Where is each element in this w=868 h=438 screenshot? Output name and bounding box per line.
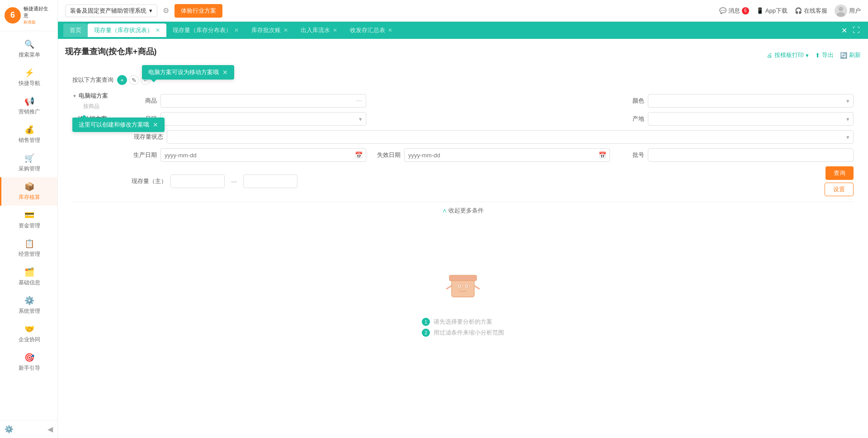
tooltip1-close[interactable]: ✕ bbox=[222, 69, 228, 76]
tabs-bar: 首页 现存量（库存状况表） ✕ 现存量（库存分布表） ✕ 库存批次账 ✕ 出入库… bbox=[58, 22, 868, 39]
purchase-icon: 🛒 bbox=[24, 153, 34, 163]
batch-input[interactable] bbox=[648, 148, 854, 162]
produce-date-label: 生产日期 bbox=[132, 151, 157, 159]
date-rows: 生产日期 📅 失效日期 📅 bbox=[132, 148, 854, 162]
tab-inout[interactable]: 出入库流水 ✕ bbox=[294, 24, 344, 37]
expire-date-calendar-icon[interactable]: 📅 bbox=[599, 151, 606, 159]
app-download-item[interactable]: 📱 App下载 bbox=[756, 7, 788, 15]
sidebar-item-system[interactable]: ⚙️ 系统管理 bbox=[0, 291, 57, 320]
expire-date-input[interactable] bbox=[404, 148, 610, 162]
user-label: 用户 bbox=[849, 7, 861, 15]
sidebar: 6 畅捷通好生意 标准版 🔍 搜索菜单 ⚡ 快捷导航 📢 营销推广 💰 销售管理… bbox=[0, 0, 58, 438]
support-icon: 🎧 bbox=[795, 7, 802, 14]
sidebar-item-operation[interactable]: 📋 经营管理 bbox=[0, 234, 57, 263]
collapse-sidebar-icon[interactable]: ◀ bbox=[47, 425, 53, 433]
search-icon: 🔍 bbox=[24, 39, 34, 49]
message-icon: 💬 bbox=[719, 7, 726, 14]
tab-stock-dist-label: 现存量（库存分布表） bbox=[173, 26, 231, 34]
goods-dots[interactable]: ··· bbox=[356, 97, 362, 105]
sidebar-item-search[interactable]: 🔍 搜索菜单 bbox=[0, 35, 57, 63]
svg-point-7 bbox=[466, 285, 467, 287]
tooltip2-close[interactable]: ✕ bbox=[153, 121, 158, 128]
inventory-icon: 📦 bbox=[24, 182, 34, 192]
tab-close-icon[interactable]: ✕ bbox=[156, 27, 160, 33]
stock-main-to-input[interactable] bbox=[243, 174, 297, 188]
origin-label: 产地 bbox=[619, 115, 644, 123]
goods-select[interactable]: ··· bbox=[160, 94, 366, 108]
tab-inout-label: 出入库流水 bbox=[301, 26, 330, 34]
add-scheme-btn[interactable]: + bbox=[117, 75, 127, 85]
tab-batch[interactable]: 库存批次账 ✕ bbox=[245, 24, 294, 37]
system-selector[interactable]: 装备及固定资产辅助管理系统 ▾ bbox=[65, 5, 157, 17]
print-arrow: ▾ bbox=[806, 52, 809, 59]
filter-section: 按以下方案查询 + ✎ ← 电脑方案可设为移动方案哦 ✕ bbox=[65, 70, 861, 225]
filter-row-batch: 批号 bbox=[619, 148, 854, 162]
online-support-item[interactable]: 🎧 在线客服 bbox=[795, 7, 827, 15]
message-badge: 6 bbox=[742, 7, 749, 14]
sidebar-item-label: 系统管理 bbox=[19, 307, 40, 315]
tab-stock-status[interactable]: 现存量（库存状况表） ✕ bbox=[88, 24, 166, 37]
system-icon: ⚙️ bbox=[24, 296, 34, 306]
refresh-btn[interactable]: 🔄 刷新 bbox=[840, 51, 861, 59]
header-settings-icon[interactable]: ⚙ bbox=[163, 6, 169, 15]
query-btn[interactable]: 查询 bbox=[826, 166, 854, 180]
enterprise-icon: 🤝 bbox=[24, 324, 34, 334]
empty-illustration bbox=[440, 261, 486, 306]
svg-point-0 bbox=[839, 7, 843, 11]
tab-close-icon2[interactable]: ✕ bbox=[234, 27, 239, 33]
scheme-desktop[interactable]: ▼ 电脑端方案 bbox=[72, 90, 108, 101]
tab-summary[interactable]: 收发存汇总表 ✕ bbox=[344, 24, 399, 37]
tab-stock-dist[interactable]: 现存量（库存分布表） ✕ bbox=[166, 24, 245, 37]
sidebar-item-basic[interactable]: 🗂️ 基础信息 bbox=[0, 263, 57, 291]
size-select[interactable]: ▾ bbox=[160, 112, 366, 126]
message-item[interactable]: 💬 消息 6 bbox=[719, 7, 749, 15]
edit-scheme-btn[interactable]: ✎ bbox=[129, 75, 139, 85]
empty-step-1: 1 请先选择要分析的方案 bbox=[422, 318, 504, 326]
stock-status-select[interactable]: ▾ bbox=[167, 130, 854, 144]
size-arrow: ▾ bbox=[359, 116, 362, 122]
stock-main-from-input[interactable] bbox=[170, 174, 225, 188]
sidebar-item-purchase[interactable]: 🛒 采购管理 bbox=[0, 149, 57, 177]
sales-icon: 💰 bbox=[24, 125, 34, 135]
produce-date-calendar-icon[interactable]: 📅 bbox=[355, 151, 363, 159]
collapse-more-btn[interactable]: ∧ 收起更多条件 bbox=[72, 202, 854, 219]
color-select[interactable]: ▾ bbox=[648, 94, 854, 108]
print-btn[interactable]: 🖨 按模板打印 ▾ bbox=[767, 51, 809, 59]
scheme-desktop-sub[interactable]: 按商品 bbox=[80, 101, 108, 112]
content-inner: 现存量查询(按仓库+商品) 🖨 按模板打印 ▾ ⬆ 导出 🔄 刷新 bbox=[58, 39, 868, 438]
phone-icon: 📱 bbox=[756, 7, 764, 14]
filter-row-size: 尺码 ▾ bbox=[132, 112, 366, 126]
marketing-icon: 📢 bbox=[24, 96, 34, 106]
industry-btn[interactable]: 体验行业方案 bbox=[175, 4, 222, 18]
origin-select[interactable]: ▾ bbox=[648, 112, 854, 126]
tab-close-icon4[interactable]: ✕ bbox=[333, 27, 337, 33]
tab-expand-icon[interactable]: ⛶ bbox=[850, 26, 863, 34]
guide-icon: 🎯 bbox=[24, 353, 34, 363]
basic-icon: 🗂️ bbox=[24, 267, 34, 277]
logo-text-block: 畅捷通好生意 标准版 bbox=[24, 5, 53, 25]
user-item[interactable]: 用户 bbox=[835, 5, 861, 17]
sidebar-item-marketing[interactable]: 📢 营销推广 bbox=[0, 92, 57, 120]
sidebar-item-enterprise[interactable]: 🤝 企业协同 bbox=[0, 320, 57, 348]
sidebar-item-guide[interactable]: 🎯 新手引导 bbox=[0, 348, 57, 377]
tab-close-icon3[interactable]: ✕ bbox=[283, 27, 288, 33]
content-area: 现存量查询(按仓库+商品) 🖨 按模板打印 ▾ ⬆ 导出 🔄 刷新 bbox=[58, 39, 868, 438]
tab-close-icon5[interactable]: ✕ bbox=[388, 27, 392, 33]
produce-date-input[interactable] bbox=[160, 148, 366, 162]
sidebar-item-inventory[interactable]: 📦 库存核算 bbox=[0, 177, 57, 206]
header-right: 💬 消息 6 📱 App下载 🎧 在线客服 用户 bbox=[719, 5, 861, 17]
origin-arrow: ▾ bbox=[846, 116, 849, 122]
operation-icon: 📋 bbox=[24, 239, 34, 249]
set-btn[interactable]: 设置 bbox=[825, 183, 854, 196]
finance-icon: 💳 bbox=[24, 210, 34, 220]
tab-close-all-icon[interactable]: ✕ bbox=[839, 26, 850, 35]
export-btn[interactable]: ⬆ 导出 bbox=[815, 51, 834, 59]
settings-footer-icon[interactable]: ⚙️ bbox=[5, 425, 14, 433]
sidebar-item-sales[interactable]: 💰 销售管理 bbox=[0, 120, 57, 149]
sidebar-item-finance[interactable]: 💳 资金管理 bbox=[0, 206, 57, 234]
app-download-label: App下载 bbox=[765, 7, 788, 15]
tab-home[interactable]: 首页 bbox=[63, 24, 88, 37]
step-2-text: 用过滤条件来缩小分析范围 bbox=[434, 329, 504, 337]
sidebar-item-quick[interactable]: ⚡ 快捷导航 bbox=[0, 63, 57, 92]
sidebar-item-label: 销售管理 bbox=[19, 137, 40, 144]
